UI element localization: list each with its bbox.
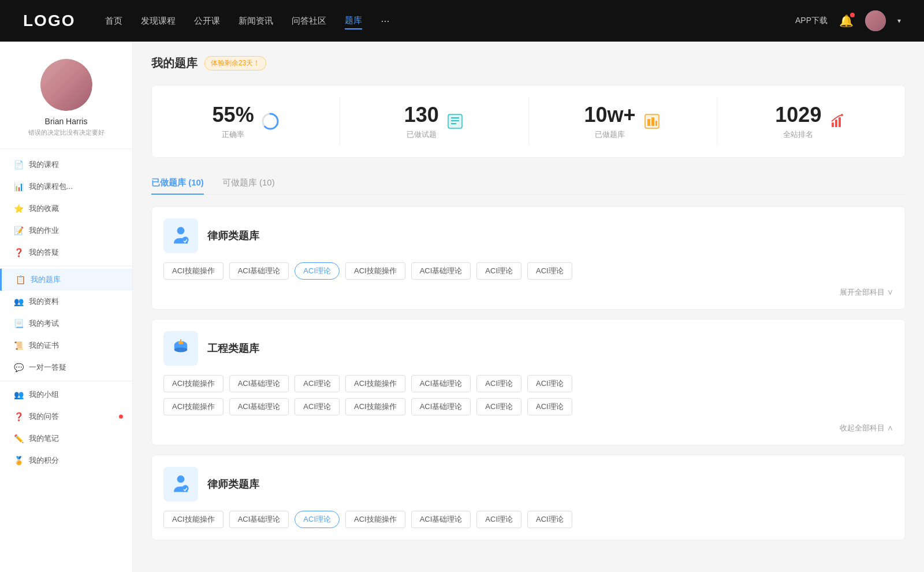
- stat-banks-content: 10w+ 已做题库: [584, 103, 636, 140]
- bank-tag[interactable]: ACI技能操作: [345, 511, 405, 528]
- bank-tag[interactable]: ACI理论: [527, 398, 572, 415]
- sidebar-item-exams[interactable]: 📃 我的考试: [0, 313, 132, 335]
- bank-tag[interactable]: ACI基础理论: [411, 375, 471, 392]
- bank-tag[interactable]: ACI基础理论: [229, 511, 289, 528]
- collapse-button-engineer[interactable]: 收起全部科目 ∧: [840, 424, 893, 432]
- svg-point-21: [177, 476, 185, 483]
- bank-tag[interactable]: ACI理论: [527, 511, 572, 528]
- banks-value: 10w+: [584, 103, 636, 127]
- nav-qa[interactable]: 问答社区: [292, 13, 326, 29]
- bank-tag[interactable]: ACI理论: [295, 375, 340, 392]
- bank-name-engineer: 工程类题库: [207, 341, 259, 355]
- main-content: 我的题库 体验剩余23天！ 55% 正确率: [133, 42, 924, 572]
- bank-tag[interactable]: ACI理论: [476, 398, 521, 415]
- nav-open-course[interactable]: 公开课: [194, 13, 220, 29]
- rank-icon: [828, 112, 847, 131]
- bank-tag[interactable]: ACI技能操作: [163, 262, 223, 280]
- tab-available-banks[interactable]: 可做题库 (10): [222, 172, 275, 194]
- favorites-icon: ⭐: [14, 204, 23, 213]
- bank-tag-active[interactable]: ACI理论: [295, 262, 340, 280]
- bank-header-lawyer-2: 律师类题库: [163, 467, 893, 502]
- bank-tag[interactable]: ACI技能操作: [163, 511, 223, 528]
- stat-questions-content: 130 已做试题: [404, 103, 439, 140]
- sidebar-item-label: 我的问答: [29, 411, 59, 422]
- sidebar-item-groups[interactable]: 👥 我的小组: [0, 384, 132, 406]
- bank-card-engineer: 工程类题库 ACI技能操作 ACI基础理论 ACI理论 ACI技能操作 ACI基…: [151, 319, 906, 445]
- accuracy-value: 55%: [213, 103, 254, 127]
- bank-tag[interactable]: ACI技能操作: [163, 375, 223, 392]
- notification-bell[interactable]: 🔔: [839, 14, 854, 28]
- top-navigation: LOGO 首页 发现课程 公开课 新闻资讯 问答社区 题库 ··· APP下载 …: [0, 0, 924, 42]
- sidebar-item-course-packages[interactable]: 📊 我的课程包...: [0, 176, 132, 198]
- user-menu-chevron[interactable]: ▾: [897, 17, 901, 25]
- tab-done-banks[interactable]: 已做题库 (10): [151, 172, 204, 194]
- questions-dot: [119, 415, 123, 419]
- homework-icon: 📝: [14, 226, 23, 235]
- notification-dot: [850, 13, 855, 17]
- accuracy-label: 正确率: [213, 129, 254, 140]
- bank-tag[interactable]: ACI理论: [476, 375, 521, 392]
- nav-home[interactable]: 首页: [105, 13, 122, 29]
- bank-tag[interactable]: ACI理论: [476, 262, 521, 280]
- bank-icon-lawyer-1: [163, 218, 198, 253]
- page-header: 我的题库 体验剩余23天！: [151, 55, 906, 71]
- accuracy-icon: [261, 112, 280, 131]
- sidebar-item-questions[interactable]: ❓ 我的问答: [0, 406, 132, 428]
- expand-button-lawyer-1[interactable]: 展开全部科目 ∨: [840, 288, 893, 296]
- certificates-icon: 📜: [14, 341, 23, 350]
- nav-question-bank[interactable]: 题库: [345, 13, 362, 29]
- sidebar-item-qa[interactable]: ❓ 我的答疑: [0, 242, 132, 263]
- qa-icon: ❓: [14, 248, 23, 257]
- nav-more[interactable]: ···: [381, 15, 389, 27]
- sidebar-item-favorites[interactable]: ⭐ 我的收藏: [0, 198, 132, 220]
- bank-tag[interactable]: ACI技能操作: [345, 262, 405, 280]
- sidebar-item-question-bank[interactable]: 📋 我的题库: [0, 269, 132, 291]
- bank-tag[interactable]: ACI基础理论: [229, 375, 289, 392]
- bank-header-lawyer-1: 律师类题库: [163, 218, 893, 253]
- bank-tag[interactable]: ACI基础理论: [411, 511, 471, 528]
- bank-tag[interactable]: ACI基础理论: [411, 398, 471, 415]
- sidebar-item-label: 我的答疑: [29, 247, 59, 258]
- question-bank-icon: 📋: [16, 275, 25, 284]
- sidebar-item-label: 我的题库: [31, 274, 61, 285]
- svg-rect-7: [647, 119, 650, 126]
- svg-point-14: [177, 227, 185, 235]
- sidebar-item-profile[interactable]: 👥 我的资料: [0, 291, 132, 313]
- sidebar-item-label: 我的笔记: [29, 433, 59, 444]
- bank-tag[interactable]: ACI技能操作: [345, 398, 405, 415]
- user-avatar[interactable]: [865, 10, 886, 31]
- page-title: 我的题库: [151, 55, 198, 71]
- bank-tag[interactable]: ACI理论: [476, 511, 521, 528]
- sidebar-item-notes[interactable]: ✏️ 我的笔记: [0, 428, 132, 450]
- bank-tag[interactable]: ACI理论: [527, 262, 572, 280]
- sidebar-item-certificates[interactable]: 📜 我的证书: [0, 335, 132, 356]
- bank-tag[interactable]: ACI理论: [527, 375, 572, 392]
- bank-tag[interactable]: ACI技能操作: [345, 375, 405, 392]
- svg-rect-12: [839, 117, 841, 127]
- sidebar-divider-2: [0, 381, 132, 381]
- sidebar-item-one-on-one[interactable]: 💬 一对一答疑: [0, 356, 132, 378]
- svg-rect-9: [655, 121, 657, 126]
- nav-discover[interactable]: 发现课程: [141, 13, 176, 29]
- sidebar-item-homework[interactable]: 📝 我的作业: [0, 220, 132, 242]
- sidebar-item-my-courses[interactable]: 📄 我的课程: [0, 154, 132, 176]
- courses-icon: 📄: [14, 160, 23, 169]
- stat-accuracy: 55% 正确率: [152, 97, 340, 146]
- nav-news[interactable]: 新闻资讯: [239, 13, 273, 29]
- nav-right-section: APP下载 🔔 ▾: [795, 10, 901, 31]
- bank-tag[interactable]: ACI基础理论: [229, 262, 289, 280]
- bank-tag-active[interactable]: ACI理论: [295, 511, 340, 528]
- groups-icon: 👥: [14, 390, 23, 399]
- bank-tag[interactable]: ACI基础理论: [411, 262, 471, 280]
- sidebar-item-label: 我的小组: [29, 389, 59, 400]
- app-download-button[interactable]: APP下载: [795, 16, 828, 26]
- banks-label: 已做题库: [584, 129, 636, 140]
- bank-tag[interactable]: ACI技能操作: [163, 398, 223, 415]
- bank-icon-lawyer-2: [163, 467, 198, 502]
- bank-tags-engineer-row2: ACI技能操作 ACI基础理论 ACI理论 ACI技能操作 ACI基础理论 AC…: [163, 398, 893, 415]
- sidebar-menu: 📄 我的课程 📊 我的课程包... ⭐ 我的收藏 📝 我的作业 ❓ 我的答疑 �: [0, 149, 132, 476]
- bank-tags-engineer-row1: ACI技能操作 ACI基础理论 ACI理论 ACI技能操作 ACI基础理论 AC…: [163, 375, 893, 392]
- bank-tag[interactable]: ACI理论: [295, 398, 340, 415]
- sidebar-item-points[interactable]: 🏅 我的积分: [0, 450, 132, 471]
- bank-tag[interactable]: ACI基础理论: [229, 398, 289, 415]
